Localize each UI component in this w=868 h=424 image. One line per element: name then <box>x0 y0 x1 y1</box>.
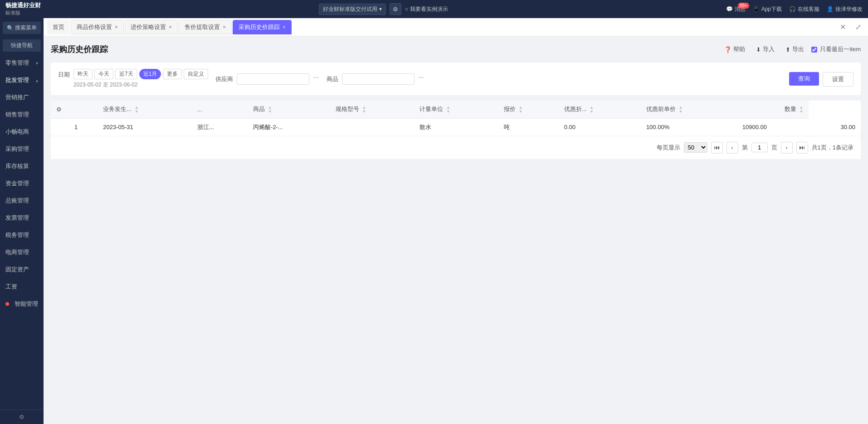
tab-label: 商品价格设置 <box>77 23 112 31</box>
page-last-button[interactable]: ⏭ <box>796 142 808 154</box>
th-pre-discount-price[interactable]: 优惠前单价 ▲▼ <box>641 101 737 118</box>
sidebar-settings-button[interactable]: ⚙ <box>19 414 24 420</box>
product-dots-button[interactable]: ··· <box>418 73 424 82</box>
tab-close-icon[interactable]: × <box>223 24 226 30</box>
chevron-down-icon: ▾ <box>36 61 38 66</box>
date-1month-button[interactable]: 近1月 <box>139 69 161 79</box>
demo-button[interactable]: ○ 我要看实例演示 <box>405 5 448 13</box>
app-download-button[interactable]: 📱 App下载 <box>753 5 782 13</box>
query-button[interactable]: 查询 <box>789 72 819 86</box>
th-discount[interactable]: 优惠折... ▲▼ <box>559 101 641 118</box>
sidebar-item-purchase[interactable]: 采购管理 <box>0 140 44 158</box>
page-first-button[interactable]: ⏮ <box>711 142 723 154</box>
filter-bar: 日期 昨天 今天 近7天 近1月 更多 自定义 2023-05-02 至 202… <box>51 63 861 95</box>
sidebar-item-salary[interactable]: 工资 <box>0 278 44 295</box>
sidebar-item-inventory[interactable]: 库存核算 <box>0 158 44 175</box>
td-supplier: 浙江... <box>192 118 248 136</box>
sidebar-item-tax[interactable]: 税务管理 <box>0 226 44 244</box>
tab-close-icon[interactable]: × <box>169 24 172 30</box>
per-page-select[interactable]: 50 10 20 100 <box>684 142 707 153</box>
filter-product: 商品 ··· <box>327 73 424 85</box>
page-next-button[interactable]: › <box>781 142 793 154</box>
page-number-input[interactable] <box>751 143 768 152</box>
message-button[interactable]: 💬 消息 99+ <box>726 5 746 13</box>
version-select[interactable]: 好业财标准版交付试用 ▾ <box>319 4 386 15</box>
topbar-gear-button[interactable]: ⚙ <box>390 3 401 15</box>
sort-icon: ▲▼ <box>362 106 366 114</box>
th-qty[interactable]: 数量 ▲▼ <box>737 101 809 118</box>
sidebar-search-section: 🔍 搜索菜单 <box>0 18 44 38</box>
search-menu-button[interactable]: 🔍 搜索菜单 <box>3 22 41 34</box>
sidebar-item-sales[interactable]: 销售管理 <box>0 106 44 123</box>
th-unit[interactable]: 计量单位 ▲▼ <box>414 101 498 118</box>
th-product[interactable]: 商品 ▲▼ <box>248 101 330 118</box>
user-info[interactable]: 👤 徐泽华修改 <box>827 5 863 13</box>
main-wrapper: 🔍 搜索菜单 快捷导航 零售管理 ▾ 批发管理 ▴ 营销推广 销售管理 小畅电商… <box>0 18 868 424</box>
page-label: 第 <box>742 144 748 152</box>
tab-home[interactable]: 首页 <box>47 20 70 34</box>
date-yesterday-button[interactable]: 昨天 <box>73 69 93 79</box>
th-spec[interactable]: 规格型号 ▲▼ <box>330 101 414 118</box>
tab-product-price[interactable]: 商品价格设置 × <box>71 20 124 34</box>
page-actions: ❓ 帮助 ⬇ 导入 ⬆ 导出 只看最后一item <box>721 43 861 55</box>
supplier-input[interactable] <box>237 73 309 85</box>
sidebar-item-general-ledger[interactable]: 总账管理 <box>0 192 44 209</box>
sidebar-item-label: 固定资产 <box>5 265 29 274</box>
message-badge: 99+ <box>738 3 749 9</box>
tab-close-icon[interactable]: × <box>115 24 118 30</box>
sidebar-item-retail[interactable]: 零售管理 ▾ <box>0 54 44 72</box>
tab-close-icon[interactable]: × <box>283 24 286 30</box>
sidebar-item-smart-mgmt[interactable]: 智能管理 <box>0 295 44 313</box>
td-unit: 散水 <box>414 118 498 136</box>
app-logo: 畅捷通好业财 标准版 <box>5 2 41 16</box>
only-last-checkbox[interactable] <box>811 47 817 53</box>
import-button[interactable]: ⬇ 导入 <box>752 43 778 55</box>
online-service-label: 在线客服 <box>798 5 819 13</box>
data-table: ⚙ 业务发生... ▲▼ ... 商品 ▲▼ <box>51 101 861 136</box>
table-container: ⚙ 业务发生... ▲▼ ... 商品 ▲▼ <box>51 101 861 136</box>
tab-label: 售价提取设置 <box>185 23 220 31</box>
help-button[interactable]: ❓ 帮助 <box>721 43 749 55</box>
date-options: 昨天 今天 近7天 近1月 更多 自定义 2023-05-02 至 2023-0… <box>73 69 208 89</box>
page-title: 采购历史价跟踪 <box>51 44 108 55</box>
tab-home-label: 首页 <box>53 23 64 31</box>
only-last-checkbox-label[interactable]: 只看最后一item <box>811 45 861 53</box>
sidebar-item-label: 营销推广 <box>5 93 29 101</box>
table-row[interactable]: 1 2023-05-31 浙江... 丙烯酸-2-... 散水 吨 0.00 1… <box>51 118 861 136</box>
date-today-button[interactable]: 今天 <box>94 69 113 79</box>
th-biz-date[interactable]: 业务发生... ▲▼ <box>98 101 191 118</box>
quick-nav-button[interactable]: 快捷导航 <box>3 39 41 52</box>
tab-purchase-history[interactable]: 采购历史价跟踪 × <box>233 20 292 34</box>
date-custom-button[interactable]: 自定义 <box>184 69 208 79</box>
play-icon: ○ <box>405 6 408 12</box>
tab-maximize-button[interactable]: ⤢ <box>852 21 864 34</box>
online-service-button[interactable]: 🎧 在线客服 <box>789 5 819 13</box>
th-quote[interactable]: 报价 ▲▼ <box>498 101 559 118</box>
export-button[interactable]: ⬆ 导出 <box>782 43 808 55</box>
sidebar-item-fixed-assets[interactable]: 固定资产 <box>0 261 44 278</box>
sidebar-item-ecommerce[interactable]: 电商管理 <box>0 244 44 261</box>
sidebar-item-marketing[interactable]: 营销推广 <box>0 89 44 106</box>
th-gear[interactable]: ⚙ <box>51 101 69 118</box>
tab-sale-price[interactable]: 售价提取设置 × <box>179 20 232 34</box>
download-icon: 📱 <box>753 6 760 12</box>
filter-supplier: 供应商 ··· <box>215 73 319 85</box>
sidebar-item-invoice[interactable]: 发票管理 <box>0 209 44 226</box>
supplier-dots-button[interactable]: ··· <box>313 73 319 82</box>
tabs-bar: 首页 商品价格设置 × 进价策略设置 × 售价提取设置 × 采购历史价跟踪 × … <box>44 18 868 36</box>
th-more[interactable]: ... <box>192 101 248 118</box>
date-more-button[interactable]: 更多 <box>163 69 182 79</box>
tab-close-window-button[interactable]: ✕ <box>836 21 849 34</box>
product-input[interactable] <box>342 73 414 85</box>
settings-button[interactable]: 设置 <box>823 72 853 87</box>
page-prev-button[interactable]: ‹ <box>727 142 738 154</box>
tab-purchase-strategy[interactable]: 进价策略设置 × <box>125 20 178 34</box>
sidebar-bottom: ⚙ <box>0 410 44 424</box>
sort-icon: ▲▼ <box>135 106 139 114</box>
product-filter-label: 商品 <box>327 73 338 83</box>
sidebar-item-wholesale[interactable]: 批发管理 ▴ <box>0 72 44 89</box>
sidebar-item-small-ecommerce[interactable]: 小畅电商 <box>0 123 44 140</box>
sidebar-item-finance[interactable]: 资金管理 <box>0 175 44 192</box>
date-7days-button[interactable]: 近7天 <box>115 69 137 79</box>
sidebar-item-label: 采购管理 <box>5 145 29 153</box>
